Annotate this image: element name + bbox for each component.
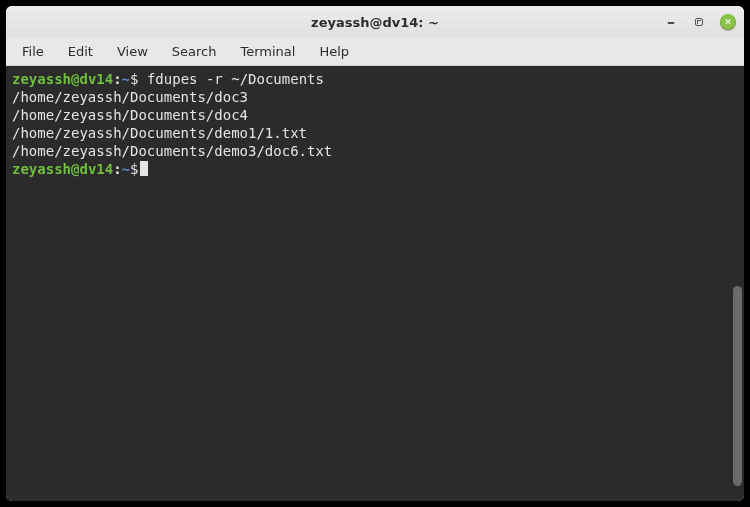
window-title: zeyassh@dv14: ~ (311, 15, 439, 30)
prompt-line-1: zeyassh@dv14:~$ fdupes -r ~/Documents (12, 70, 738, 88)
menu-file[interactable]: File (12, 41, 54, 62)
terminal-viewport[interactable]: zeyassh@dv14:~$ fdupes -r ~/Documents /h… (6, 66, 744, 501)
menu-view[interactable]: View (107, 41, 158, 62)
menu-edit[interactable]: Edit (58, 41, 103, 62)
prompt-host: dv14 (79, 71, 113, 87)
cursor (140, 161, 148, 176)
output-line: /home/zeyassh/Documents/doc4 (12, 106, 738, 124)
maximize-button[interactable] (692, 15, 706, 29)
prompt-path: ~ (122, 71, 130, 87)
prompt-host: dv14 (79, 161, 113, 177)
menu-help[interactable]: Help (309, 41, 359, 62)
menu-terminal[interactable]: Terminal (230, 41, 305, 62)
prompt-symbol: $ (130, 161, 138, 177)
prompt-colon: : (113, 161, 121, 177)
menu-search[interactable]: Search (162, 41, 227, 62)
prompt-user: zeyassh (12, 71, 71, 87)
prompt-path: ~ (122, 161, 130, 177)
prompt-line-2: zeyassh@dv14:~$ (12, 160, 738, 178)
minimize-button[interactable] (664, 15, 678, 29)
prompt-user: zeyassh (12, 161, 71, 177)
scrollbar-thumb[interactable] (733, 286, 742, 486)
close-button[interactable] (720, 14, 736, 30)
window-controls (664, 6, 736, 38)
prompt-colon: : (113, 71, 121, 87)
output-line: /home/zeyassh/Documents/demo1/1.txt (12, 124, 738, 142)
menubar: File Edit View Search Terminal Help (6, 38, 744, 66)
titlebar: zeyassh@dv14: ~ (6, 6, 744, 38)
output-line: /home/zeyassh/Documents/demo3/doc6.txt (12, 142, 738, 160)
terminal-window: zeyassh@dv14: ~ File Edit View Search Te… (6, 6, 744, 501)
command-text: fdupes -r ~/Documents (138, 71, 323, 87)
output-line: /home/zeyassh/Documents/doc3 (12, 88, 738, 106)
